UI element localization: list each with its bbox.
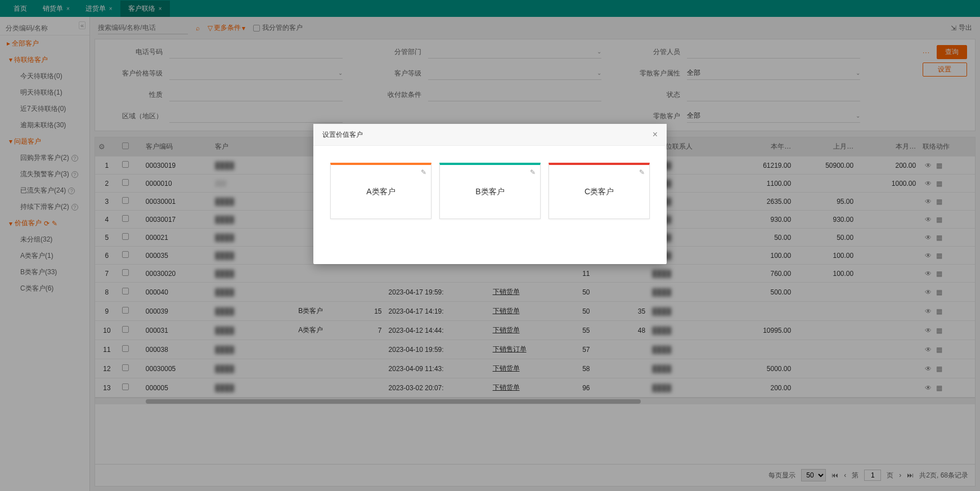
edit-icon[interactable]: ✎: [421, 168, 426, 176]
modal-overlay: 设置价值客户 × ✎ A类客户 ✎ B类客户 ✎ C类客户: [0, 0, 980, 491]
modal-title: 设置价值客户: [322, 130, 363, 140]
value-customer-modal: 设置价值客户 × ✎ A类客户 ✎ B类客户 ✎ C类客户: [313, 124, 667, 264]
card-class-b[interactable]: ✎ B类客户: [439, 163, 541, 219]
card-class-c[interactable]: ✎ C类客户: [549, 163, 650, 219]
edit-icon[interactable]: ✎: [530, 168, 536, 176]
close-icon[interactable]: ×: [653, 130, 658, 140]
edit-icon[interactable]: ✎: [639, 168, 645, 176]
card-class-a[interactable]: ✎ A类客户: [330, 163, 431, 219]
